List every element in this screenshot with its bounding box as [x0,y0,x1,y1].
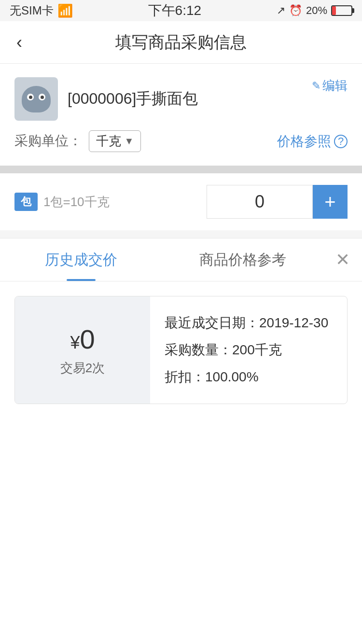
price-reference-button[interactable]: 价格参照 ? [277,132,348,151]
nav-bar: ‹ 填写商品采购信息 [0,21,362,64]
product-thumbnail [14,77,58,121]
history-trade-count: 交易2次 [60,360,105,377]
product-unit-row: 采购单位： 千克 ▼ 价格参照 ? [14,130,348,152]
location-icon: ↗ [277,4,285,17]
quantity-unit-info: 包 1包=10千克 [14,193,110,211]
tab-history-price[interactable]: 历史成交价 [0,238,162,281]
tab-panel: 历史成交价 商品价格参考 ✕ ¥0 交易2次 最近成交日期：2019-12-30… [0,238,362,419]
history-card: ¥0 交易2次 最近成交日期：2019-12-30 采购数量：200千克 折扣：… [14,296,348,404]
quantity-input[interactable]: 0 [207,185,313,219]
product-header: [0000006]手撕面包 ✎ 编辑 [14,77,348,121]
status-left: 无SIM卡 📶 [10,3,73,18]
battery-icon [331,5,352,16]
status-right: ↗ ⏰ 20% [277,4,352,17]
alarm-icon: ⏰ [289,4,302,17]
signal-text: 无SIM卡 [10,3,54,18]
history-price-section: ¥0 交易2次 [15,296,150,404]
quantity-control: 0 + [207,185,348,219]
history-detail-section: 最近成交日期：2019-12-30 采购数量：200千克 折扣：100.00% [150,296,347,404]
package-icon: 包 [14,193,38,211]
quantity-plus-button[interactable]: + [313,185,348,219]
edit-icon: ✎ [312,80,320,92]
unit-arrow-icon: ▼ [124,136,134,147]
status-bar: 无SIM卡 📶 下午6:12 ↗ ⏰ 20% [0,0,362,21]
main-content-area [0,419,362,644]
product-image [22,86,51,112]
section-divider [0,166,362,173]
history-price-value: ¥0 [70,323,95,355]
page-title: 填写商品采购信息 [115,31,247,54]
history-content: ¥0 交易2次 最近成交日期：2019-12-30 采购数量：200千克 折扣：… [0,281,362,419]
price-ref-question-icon: ? [334,135,348,148]
package-note: 1包=10千克 [43,194,110,210]
tab-header: 历史成交价 商品价格参考 ✕ [0,238,362,281]
battery-percent: 20% [306,4,327,17]
currency-symbol: ¥ [70,333,80,352]
unit-selector-group: 采购单位： 千克 ▼ [14,130,141,152]
product-left: [0000006]手撕面包 [14,77,198,121]
history-quantity: 采购数量：200千克 [165,341,333,359]
product-card: [0000006]手撕面包 ✎ 编辑 采购单位： 千克 ▼ 价格参照 ? [0,64,362,166]
history-recent-date: 最近成交日期：2019-12-30 [165,314,333,332]
product-name: [0000006]手撕面包 [68,88,198,110]
back-button[interactable]: ‹ [12,28,27,57]
edit-button[interactable]: ✎ 编辑 [312,77,348,94]
tab-close-button[interactable]: ✕ [323,238,362,281]
unit-label: 采购单位： [14,133,82,148]
quantity-row: 包 1包=10千克 0 + [0,173,362,230]
wifi-icon: 📶 [57,3,73,18]
history-discount: 折扣：100.00% [165,368,333,386]
status-time: 下午6:12 [148,1,202,20]
tab-price-reference[interactable]: 商品价格参考 [162,238,323,281]
unit-select[interactable]: 千克 ▼ [89,130,141,152]
